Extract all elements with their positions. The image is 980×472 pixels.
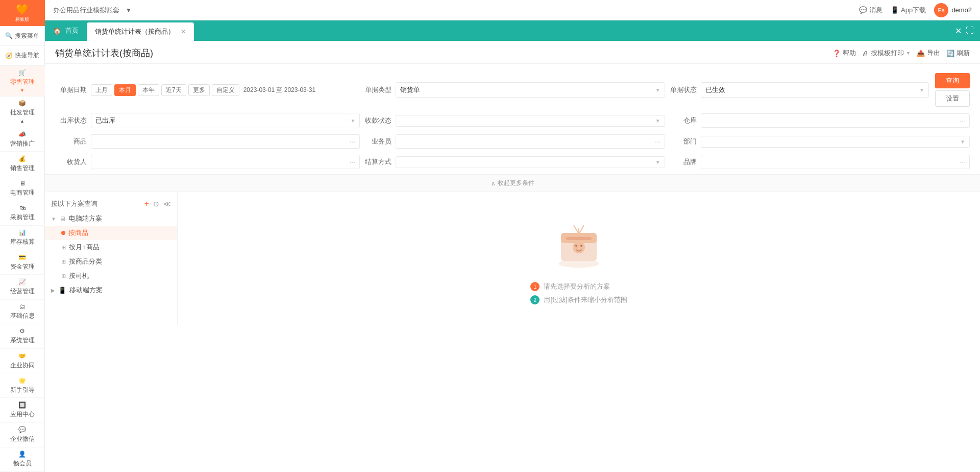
sidebar-quicknav[interactable]: 🧭 快捷导航 [0, 46, 45, 66]
type-select[interactable]: 销货单 ▼ [396, 82, 665, 98]
sidebar-item-sales-label: 销售管理 [10, 164, 35, 173]
sidebar-item-enterprise[interactable]: 🤝 企业协同 [0, 349, 45, 373]
sidebar-item-inventory-label: 库存核算 [10, 238, 35, 246]
tree-item-by-goods-label: 按商品 [68, 228, 88, 238]
help-icon: ❓ [832, 50, 841, 57]
finance-icon: 💳 [18, 254, 26, 261]
topbar-dropdown-arrow: ▼ [126, 7, 132, 14]
page-header-actions: ❓ 帮助 🖨 按模板打印 ▼ 📤 导出 🔄 刷新 [832, 49, 970, 58]
tab-sales-stats[interactable]: 销货单统计计表（按商品） ✕ [87, 22, 194, 41]
query-btn[interactable]: 查询 [935, 73, 970, 88]
export-btn[interactable]: 📤 导出 [917, 49, 940, 58]
print-btn[interactable]: 🖨 按模板打印 ▼ [862, 49, 911, 58]
sidebar-item-apps[interactable]: 🔲 应用中心 [0, 398, 45, 422]
date-btn-this-year[interactable]: 本年 [138, 84, 159, 96]
receiver-dots: ··· [350, 158, 356, 166]
filter-row-2: 出库状态 已出库 ▼ 收款状态 [55, 110, 970, 131]
refresh-btn[interactable]: 🔄 刷新 [946, 49, 970, 58]
tree-item-by-month-goods[interactable]: ⊞ 按月+商品 [45, 240, 177, 254]
sidebar-item-member-label: 畅会员 [13, 459, 32, 468]
tab-close-all-icon[interactable]: ✕ [955, 26, 962, 36]
date-btn-last-month[interactable]: 上月 [91, 84, 112, 96]
user-menu[interactable]: Ea demo2 [934, 3, 972, 17]
sidebar-item-retail[interactable]: 🛒 零售管理 ▼ [0, 66, 45, 97]
help-btn[interactable]: ❓ 帮助 [832, 49, 856, 58]
tree-item-by-category-label: 按商品分类 [69, 257, 102, 266]
collect-select[interactable]: ▼ [396, 115, 665, 127]
tree-item-by-driver[interactable]: ⊞ 按司机 [45, 269, 177, 283]
receiver-input[interactable]: ··· [91, 155, 360, 169]
sidebar-search-label: 搜索菜单 [15, 32, 39, 40]
date-btn-more[interactable]: 更多 [188, 84, 210, 96]
sidebar-item-wholesale[interactable]: 📦 批发管理 ▲ [0, 97, 45, 127]
tree-item-by-month-goods-label: 按月+商品 [69, 243, 100, 252]
add-scheme-icon[interactable]: + [144, 199, 149, 208]
settings-btn[interactable]: 设置 [935, 90, 970, 107]
status-select[interactable]: 已生效 ▼ [701, 82, 929, 98]
sidebar-item-guide[interactable]: 🌟 新手引导 [0, 373, 45, 398]
topbar-dropdown[interactable]: ▼ [126, 7, 132, 14]
sidebar-item-ops[interactable]: 📈 经营管理 [0, 275, 45, 299]
collapse-bar[interactable]: ∧ 收起更多条件 [45, 174, 980, 192]
dept-dropdown-icon: ▼ [960, 139, 965, 145]
settle-select[interactable]: ▼ [396, 156, 665, 168]
nav-icon: 🧭 [5, 52, 13, 59]
date-range-text: 2023-03-01 至 2023-03-31 [243, 86, 315, 95]
filter-row-3: 商品 ··· 业务员 [55, 131, 970, 152]
basic-icon: 🗂 [19, 303, 26, 310]
app-download-btn[interactable]: 📱 App下载 [891, 6, 926, 15]
out-status-dropdown-icon: ▼ [350, 118, 355, 124]
left-panel-header: 按以下方案查询 + ⊙ ≪ [45, 196, 177, 211]
warehouse-input[interactable]: ··· [701, 113, 970, 128]
sidebar-item-purchase[interactable]: 🛍 采购管理 [0, 201, 45, 226]
sidebar-item-wechat[interactable]: 💬 企业微信 [0, 423, 45, 447]
sidebar-item-wholesale-label: 批发管理 [10, 108, 35, 117]
sidebar-logo[interactable]: 🧡 标账版 [0, 0, 45, 26]
tree-item-by-category[interactable]: ⊞ 按商品分类 [45, 254, 177, 269]
date-btn-custom[interactable]: 自定义 [212, 84, 239, 96]
sidebar-item-basic[interactable]: 🗂 基础信息 [0, 300, 45, 324]
receiver-filter-cell: 收货人 ··· [55, 152, 360, 172]
date-btn-7days[interactable]: 近7天 [161, 84, 186, 96]
tab-expand-icon[interactable]: ⛶ [966, 26, 974, 35]
main-area: 办公用品行业模拟账套 ▼ 💬 消息 📱 App下载 Ea demo2 🏠 [45, 0, 980, 472]
system-icon: ⚙ [19, 327, 25, 335]
inventory-icon: 📊 [18, 229, 26, 236]
sidebar-item-marketing[interactable]: 📣 营销推广 [0, 127, 45, 152]
sidebar-item-member[interactable]: 👤 畅会员 [0, 447, 45, 472]
svg-rect-3 [566, 237, 592, 240]
tree-item-by-goods[interactable]: 按商品 [45, 226, 177, 240]
tree-section-pc[interactable]: ▼ 🖥 电脑端方案 [45, 211, 177, 226]
page-content: 销货单统计计表(按商品) ❓ 帮助 🖨 按模板打印 ▼ 📤 导出 [45, 41, 980, 472]
refresh-icon: 🔄 [946, 50, 954, 57]
collapse-panel-icon[interactable]: ≪ [163, 200, 171, 208]
goods-input[interactable]: ··· [91, 134, 360, 149]
messages-btn[interactable]: 💬 消息 [859, 6, 883, 15]
warehouse-dots: ··· [959, 116, 965, 125]
sidebar-item-finance[interactable]: 💳 资金管理 [0, 250, 45, 275]
left-panel-title: 按以下方案查询 [51, 199, 140, 208]
tree-section-mobile[interactable]: ▶ 📱 移动端方案 [45, 283, 177, 297]
brand-input[interactable]: ··· [701, 155, 970, 169]
collect-dropdown-icon: ▼ [655, 118, 660, 124]
dept-select[interactable]: ▼ [701, 136, 970, 148]
topbar: 办公用品行业模拟账套 ▼ 💬 消息 📱 App下载 Ea demo2 [45, 0, 980, 20]
edit-scheme-icon[interactable]: ⊙ [153, 200, 159, 208]
sidebar-item-sales[interactable]: 💰 销售管理 [0, 152, 45, 176]
tab-home[interactable]: 🏠 首页 [45, 20, 87, 41]
sidebar-item-ecommerce[interactable]: 🖥 电商管理 [0, 176, 45, 201]
ecommerce-icon: 🖥 [19, 180, 26, 187]
out-status-select[interactable]: 已出库 ▼ [91, 113, 360, 128]
tab-home-label: 首页 [65, 26, 79, 35]
app-download-label: App下载 [901, 6, 926, 15]
date-btn-this-month[interactable]: 本月 [114, 84, 136, 96]
sidebar-item-marketing-label: 营销推广 [10, 139, 35, 148]
tab-close-icon[interactable]: ✕ [181, 28, 186, 35]
sidebar-search[interactable]: 🔍 搜索菜单 [0, 26, 45, 46]
sidebar-item-inventory[interactable]: 📊 库存核算 [0, 226, 45, 250]
avatar: Ea [934, 3, 948, 17]
sidebar-item-system[interactable]: ⚙ 系统管理 [0, 324, 45, 349]
logo-text: 标账版 [15, 16, 29, 23]
staff-input[interactable]: ··· [396, 134, 665, 149]
print-dropdown-icon: ▼ [906, 51, 911, 56]
